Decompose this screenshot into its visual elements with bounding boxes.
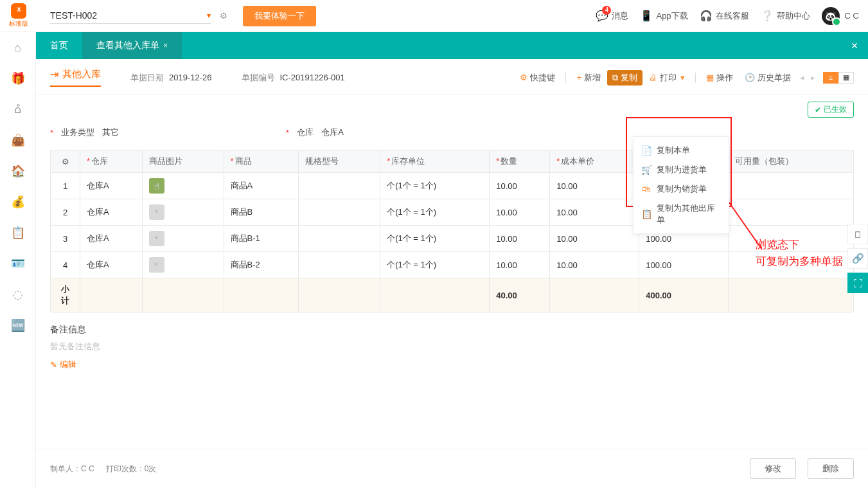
- headset-icon: 🎧: [700, 10, 713, 22]
- tab-view-other-in[interactable]: 查看其他入库单 ×: [82, 32, 182, 59]
- row-index: 1: [51, 173, 80, 199]
- rail-bag-icon[interactable]: 👜: [11, 133, 25, 147]
- view-list-icon[interactable]: ≡: [823, 72, 838, 84]
- row-spec: [299, 173, 380, 199]
- action-add-label: 新增: [584, 72, 601, 84]
- divider: [695, 73, 696, 83]
- row-image: ᕁ: [142, 252, 224, 278]
- settings-icon[interactable]: ⚙: [220, 11, 227, 21]
- nav-help[interactable]: ❔ 帮助中心: [761, 10, 810, 22]
- action-copy[interactable]: ⧉复制: [607, 70, 642, 86]
- row-avail: [729, 226, 854, 252]
- nav-prev-icon[interactable]: ◂: [797, 73, 807, 82]
- rail-new-icon[interactable]: 🆕: [11, 318, 25, 332]
- tabs-close-all[interactable]: ×: [841, 32, 868, 59]
- grid-icon: ▦: [706, 73, 714, 82]
- copy-as-other-out-label: 复制为其他出库单: [657, 203, 721, 226]
- table-row[interactable]: 3仓库Aᕁ商品B-1个(1个 = 1个)10.0010.00100.00: [51, 226, 854, 252]
- nav-service-label: 在线客服: [716, 10, 749, 22]
- out-icon: 📋: [641, 209, 651, 219]
- delete-button[interactable]: 删除: [808, 458, 854, 479]
- nav-app-download[interactable]: 📱 App下载: [640, 10, 687, 22]
- tool-link-icon[interactable]: 🔗: [847, 248, 868, 269]
- rail-home-icon[interactable]: ⌂: [14, 41, 21, 55]
- user-name: C C: [845, 11, 859, 21]
- action-print[interactable]: 🖨打印▾: [644, 69, 690, 86]
- field-biztype: * 业务类型 其它: [50, 127, 119, 138]
- table-row[interactable]: 4仓库Aᕁ商品B-2个(1个 = 1个)10.0010.00100.00: [51, 252, 854, 278]
- org-selector[interactable]: TEST-H002 ▾: [50, 8, 211, 24]
- action-add[interactable]: +新增: [571, 69, 606, 86]
- rail-money-icon[interactable]: 💰: [11, 195, 25, 209]
- footer-print-count: 打印次数：0次: [106, 464, 157, 474]
- try-button[interactable]: 我要体验一下: [243, 6, 316, 26]
- action-shortcut[interactable]: ⚙快捷键: [515, 69, 560, 86]
- rail-card-icon[interactable]: 🪪: [11, 257, 25, 271]
- copy-this[interactable]: 📄复制本单: [633, 141, 729, 160]
- tool-note-icon[interactable]: 🗒: [847, 224, 868, 244]
- action-history[interactable]: 🕑历史单据: [740, 69, 796, 86]
- date-value: 2019-12-26: [169, 73, 212, 82]
- subtotal-label: 小计: [51, 278, 80, 312]
- row-image: 🍴: [142, 173, 224, 199]
- nav-messages[interactable]: 💬 消息 4: [596, 10, 628, 22]
- warehouse-value: 仓库A: [321, 127, 344, 138]
- rail-house-icon[interactable]: ⌂̂: [14, 102, 21, 116]
- row-unit: 个(1个 = 1个): [380, 199, 490, 226]
- rail-gift-icon[interactable]: 🎁: [11, 71, 25, 86]
- user-avatar[interactable]: 🐼: [822, 7, 840, 25]
- check-icon: ✔: [815, 105, 821, 114]
- right-tools: 🗒 🔗 ⛶: [847, 224, 868, 293]
- row-product: 商品A: [224, 173, 299, 199]
- nav-messages-label: 消息: [612, 10, 628, 22]
- history-icon: 🕑: [745, 73, 755, 82]
- logo-icon: ᕁ: [11, 3, 26, 19]
- table-row[interactable]: 2仓库Aᕁ商品B个(1个 = 1个)10.0010.00100.00: [51, 199, 854, 226]
- status-text: 已生效: [824, 104, 847, 115]
- biztype-value: 其它: [102, 127, 119, 138]
- col-settings[interactable]: ⚙: [51, 150, 80, 173]
- chevron-down-icon: ▾: [680, 73, 685, 82]
- app-logo: ᕁ 标准版: [0, 3, 37, 28]
- rail-loading-icon[interactable]: ◌: [13, 287, 23, 302]
- tab-home[interactable]: 首页: [36, 32, 82, 59]
- cart-icon: 🛒: [641, 165, 651, 175]
- rail-warehouse-icon[interactable]: 🏠: [11, 164, 25, 178]
- remark-title: 备注信息: [50, 324, 854, 336]
- view-grid-icon[interactable]: ▦: [838, 72, 854, 84]
- copy-as-other-out[interactable]: 📋复制为其他出库单: [633, 199, 729, 230]
- modify-button[interactable]: 修改: [750, 458, 796, 479]
- col-unit: *库存单位: [380, 150, 490, 173]
- table-subtotal-row: 小计40.00400.00: [51, 278, 854, 312]
- remark-edit-link[interactable]: ✎ 编辑: [50, 359, 854, 370]
- table-row[interactable]: 1仓库A🍴商品A个(1个 = 1个)10.0010.00100.00: [51, 173, 854, 199]
- row-qty: 10.00: [490, 252, 550, 278]
- nav-next-icon[interactable]: ▸: [808, 73, 818, 82]
- no-value: IC-20191226-001: [280, 73, 345, 82]
- doc-icon: 📄: [641, 145, 651, 156]
- edit-icon: ✎: [50, 360, 57, 370]
- copy-as-purchase[interactable]: 🛒复制为进货单: [633, 160, 729, 179]
- row-warehouse: 仓库A: [80, 199, 143, 226]
- copy-as-sale[interactable]: 🛍复制为销货单: [633, 179, 729, 199]
- copy-dropdown: 📄复制本单 🛒复制为进货单 🛍复制为销货单 📋复制为其他出库单: [633, 136, 729, 234]
- row-avail: [729, 173, 854, 199]
- row-warehouse: 仓库A: [80, 226, 143, 252]
- row-qty: 10.00: [490, 173, 550, 199]
- copy-this-label: 复制本单: [657, 145, 690, 156]
- view-toggle: ≡ ▦: [823, 72, 854, 84]
- sheet-number: 单据编号 IC-20191226-001: [242, 72, 345, 84]
- status-badge: ✔ 已生效: [808, 102, 854, 118]
- rail-clipboard-icon[interactable]: 📋: [11, 226, 25, 240]
- col-product: *商品: [224, 150, 299, 173]
- nav-service[interactable]: 🎧 在线客服: [700, 10, 749, 22]
- action-ops[interactable]: ▦操作: [701, 69, 738, 86]
- gear-icon: ⚙: [520, 73, 527, 82]
- sheet-date: 单据日期 2019-12-26: [130, 72, 212, 84]
- tab-close-icon[interactable]: ×: [163, 41, 168, 50]
- subtotal-amount: 400.00: [639, 278, 729, 312]
- left-nav-rail: ⌂ 🎁 ⌂̂ 👜 🏠 💰 📋 🪪 ◌ 🆕: [0, 32, 36, 488]
- tool-expand-icon[interactable]: ⛶: [847, 273, 868, 293]
- row-image: ᕁ: [142, 226, 224, 252]
- plus-icon: +: [576, 73, 581, 82]
